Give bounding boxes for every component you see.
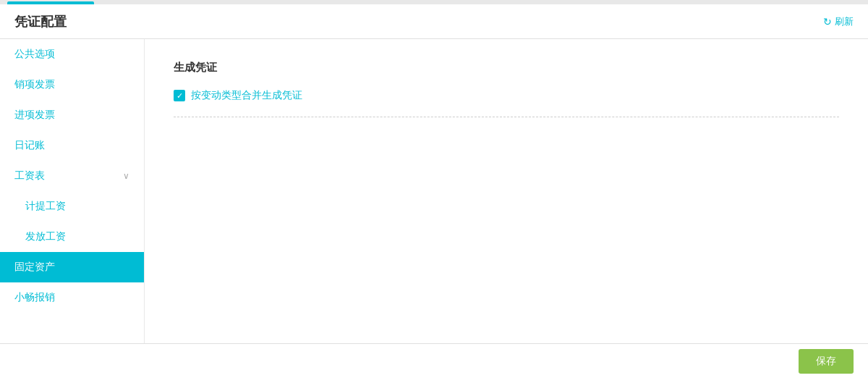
sidebar-item-label: 小畅报销 — [14, 291, 55, 304]
sidebar-item-label: 固定资产 — [14, 261, 55, 274]
sidebar: 公共选项销项发票进项发票日记账工资表∨计提工资发放工资固定资产小畅报销 — [0, 39, 145, 343]
sidebar-item-pay-wage[interactable]: 发放工资 — [0, 222, 144, 252]
sidebar-item-public-options[interactable]: 公共选项 — [0, 39, 144, 70]
sidebar-item-label: 销项发票 — [14, 78, 55, 91]
refresh-button[interactable]: ↻ 刷新 — [823, 15, 854, 28]
sidebar-item-label: 发放工资 — [25, 230, 66, 243]
page-header: 凭证配置 ↻ 刷新 — [0, 4, 868, 39]
chevron-down-icon: ∨ — [123, 171, 129, 181]
section-divider — [174, 117, 839, 117]
merge-checkbox[interactable] — [174, 90, 185, 101]
sidebar-item-purchase-invoice[interactable]: 进项发票 — [0, 100, 144, 130]
page-title: 凭证配置 — [14, 13, 67, 30]
section-title: 生成凭证 — [174, 61, 839, 75]
refresh-icon: ↻ — [823, 16, 832, 28]
sidebar-item-journal[interactable]: 日记账 — [0, 130, 144, 161]
merge-checkbox-label[interactable]: 按变动类型合并生成凭证 — [191, 89, 302, 102]
page-wrapper: 凭证配置 ↻ 刷新 公共选项销项发票进项发票日记账工资表∨计提工资发放工资固定资… — [0, 0, 868, 378]
sidebar-item-sales-invoice[interactable]: 销项发票 — [0, 70, 144, 100]
sidebar-item-label: 进项发票 — [14, 109, 55, 122]
sidebar-item-payroll[interactable]: 工资表∨ — [0, 161, 144, 191]
sidebar-item-label: 工资表 — [14, 169, 45, 182]
sidebar-item-calc-wage[interactable]: 计提工资 — [0, 191, 144, 222]
sidebar-item-fixed-assets[interactable]: 固定资产 — [0, 252, 144, 282]
save-button[interactable]: 保存 — [799, 349, 854, 374]
main-layout: 公共选项销项发票进项发票日记账工资表∨计提工资发放工资固定资产小畅报销 生成凭证… — [0, 39, 868, 343]
sidebar-item-label: 日记账 — [14, 139, 45, 152]
sidebar-item-petty-cash[interactable]: 小畅报销 — [0, 282, 144, 313]
checkbox-row: 按变动类型合并生成凭证 — [174, 89, 839, 102]
sidebar-item-label: 公共选项 — [14, 48, 55, 61]
page-footer: 保存 — [0, 343, 868, 378]
content-area: 生成凭证 按变动类型合并生成凭证 — [145, 39, 868, 343]
refresh-label: 刷新 — [835, 15, 854, 28]
sidebar-item-label: 计提工资 — [25, 200, 66, 213]
